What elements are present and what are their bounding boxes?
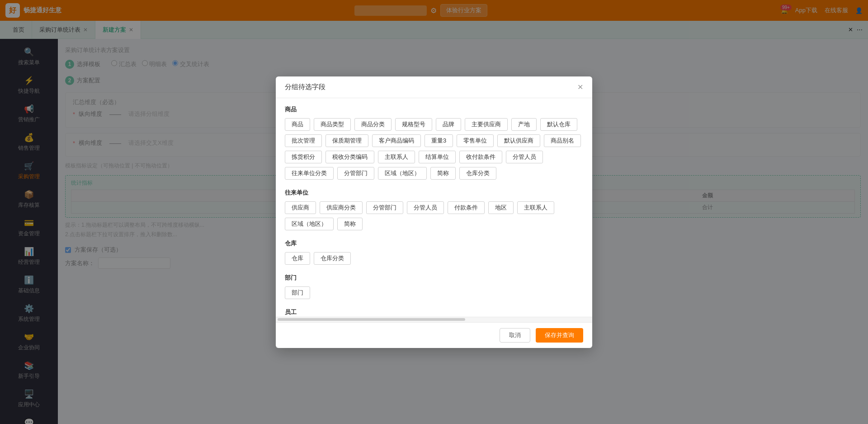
tag-dept-0[interactable]: 部门 (285, 286, 310, 299)
tag-goods-1[interactable]: 商品类型 (314, 118, 351, 131)
modal-hscroll-bar (278, 318, 465, 321)
tag-partner-0[interactable]: 供应商 (285, 201, 316, 214)
section-partner-title: 往来单位 (285, 189, 583, 197)
tag-goods-7[interactable]: 默认仓库 (540, 118, 577, 131)
tag-goods-13[interactable]: 默认供应商 (497, 134, 540, 147)
tag-goods-15[interactable]: 拣货积分 (285, 151, 322, 163)
tag-goods-12[interactable]: 零售单位 (457, 134, 494, 147)
tag-goods-5[interactable]: 主要供应商 (465, 118, 508, 131)
tag-warehouse-1[interactable]: 仓库分类 (314, 252, 351, 265)
section-goods-title: 商品 (285, 105, 583, 114)
tag-goods-24[interactable]: 简称 (430, 167, 456, 180)
section-staff: 员工 业务员 (285, 308, 583, 317)
tag-goods-3[interactable]: 规格型号 (395, 118, 432, 131)
tag-partner-7[interactable]: 区域（地区） (285, 218, 334, 230)
tag-goods-21[interactable]: 往来单位分类 (285, 167, 334, 180)
tag-goods-23[interactable]: 区域（地区） (378, 167, 427, 180)
tag-goods-17[interactable]: 主联系人 (378, 151, 415, 163)
save-btn[interactable]: 保存并查询 (536, 328, 583, 343)
section-goods: 商品 商品 商品类型 商品分类 规格型号 品牌 主要供应商 产地 默认仓库 批次… (285, 105, 583, 180)
tag-goods-10[interactable]: 客户商品编码 (372, 134, 421, 147)
section-warehouse: 仓库 仓库 仓库分类 (285, 239, 583, 265)
tag-warehouse-0[interactable]: 仓库 (285, 252, 310, 265)
section-warehouse-title: 仓库 (285, 239, 583, 248)
tag-partner-5[interactable]: 地区 (488, 201, 514, 214)
modal-body[interactable]: 商品 商品 商品类型 商品分类 规格型号 品牌 主要供应商 产地 默认仓库 批次… (276, 98, 592, 317)
tag-partner-1[interactable]: 供应商分类 (320, 201, 363, 214)
tag-goods-0[interactable]: 商品 (285, 118, 310, 131)
tag-goods-16[interactable]: 税收分类编码 (326, 151, 374, 163)
section-staff-title: 员工 (285, 308, 583, 316)
tag-goods-11[interactable]: 重量3 (425, 134, 453, 147)
modal: 分组待选字段 ✕ 商品 商品 商品类型 商品分类 规格型号 品牌 主要供应商 产… (276, 76, 592, 348)
section-dept-tags: 部门 (285, 286, 583, 299)
tag-partner-2[interactable]: 分管部门 (366, 201, 403, 214)
tag-partner-8[interactable]: 简称 (337, 218, 363, 230)
tag-goods-19[interactable]: 收付款条件 (459, 151, 502, 163)
tag-goods-22[interactable]: 分管部门 (337, 167, 374, 180)
modal-hscroll[interactable] (276, 317, 592, 322)
modal-close-btn[interactable]: ✕ (577, 83, 583, 91)
cancel-btn[interactable]: 取消 (500, 328, 530, 343)
tag-goods-2[interactable]: 商品分类 (354, 118, 392, 131)
tag-goods-6[interactable]: 产地 (511, 118, 537, 131)
section-partner-tags: 供应商 供应商分类 分管部门 分管人员 付款条件 地区 主联系人 区域（地区） … (285, 201, 583, 230)
tag-goods-8[interactable]: 批次管理 (285, 134, 322, 147)
tag-partner-4[interactable]: 付款条件 (448, 201, 485, 214)
tag-goods-25[interactable]: 仓库分类 (459, 167, 496, 180)
tag-partner-3[interactable]: 分管人员 (407, 201, 444, 214)
tag-goods-20[interactable]: 分管人员 (506, 151, 543, 163)
section-goods-tags: 商品 商品类型 商品分类 规格型号 品牌 主要供应商 产地 默认仓库 批次管理 … (285, 118, 583, 180)
section-partner: 往来单位 供应商 供应商分类 分管部门 分管人员 付款条件 地区 主联系人 区域… (285, 189, 583, 230)
tag-partner-6[interactable]: 主联系人 (517, 201, 554, 214)
tag-goods-14[interactable]: 商品别名 (544, 134, 581, 147)
tag-goods-18[interactable]: 结算单位 (419, 151, 456, 163)
tag-goods-9[interactable]: 保质期管理 (326, 134, 368, 147)
section-dept-title: 部门 (285, 274, 583, 282)
modal-footer: 取消 保存并查询 (276, 322, 592, 348)
modal-title: 分组待选字段 (285, 83, 326, 91)
section-warehouse-tags: 仓库 仓库分类 (285, 252, 583, 265)
modal-header: 分组待选字段 ✕ (276, 76, 592, 98)
tag-goods-4[interactable]: 品牌 (436, 118, 461, 131)
section-dept: 部门 部门 (285, 274, 583, 299)
